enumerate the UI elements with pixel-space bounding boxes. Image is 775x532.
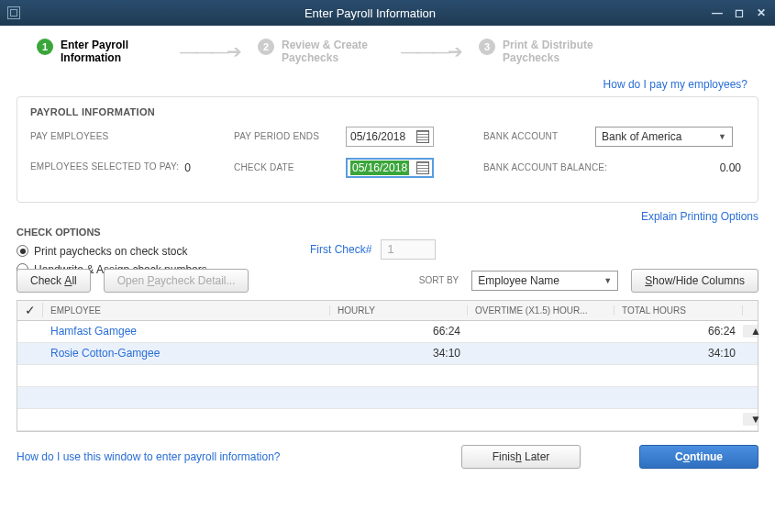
payroll-info-title: PAYROLL INFORMATION [30,106,745,117]
pay-period-ends-label: PAY PERIOD ENDS [234,131,335,141]
maximize-button[interactable]: ◻ [733,6,746,19]
header-overtime[interactable]: OVERTIME (X1.5) HOUR... [468,305,614,316]
check-date-field[interactable]: 05/16/2018 [346,158,434,178]
chevron-down-icon: ▼ [718,132,726,141]
open-paycheck-detail-button[interactable]: Open Paycheck Detail... [104,269,249,293]
minimize-button[interactable]: — [711,6,724,19]
step-1-label: Enter Payroll Information [61,39,161,65]
table-row[interactable] [17,365,758,387]
first-check-input[interactable] [381,239,436,260]
bank-balance-value: 0.00 [641,161,745,174]
bank-account-value: Bank of America [602,130,681,143]
table-toolbar: Check All Open Paycheck Detail... SORT B… [17,269,758,293]
table-header: ✓ EMPLOYEE HOURLY OVERTIME (X1.5) HOUR..… [17,301,758,321]
step-2-number: 2 [258,39,274,55]
calendar-icon[interactable] [416,161,429,174]
continue-button[interactable]: Continue [639,445,758,469]
step-3: 3 Print & Distribute Paychecks [479,39,603,65]
wizard-stepper: 1 Enter Payroll Information ———➔ 2 Revie… [0,26,775,74]
check-all-button[interactable]: Check All [17,269,91,293]
pay-employees-label: PAY EMPLOYEES [30,131,223,141]
step-1-number: 1 [37,39,53,55]
step-2: 2 Review & Create Paychecks [258,39,382,65]
table-row[interactable]: Rosie Cotton-Gamgee 34:10 34:10 [17,343,758,365]
how-do-i-pay-link[interactable]: How do I pay my employees? [0,74,775,96]
employees-selected-count: 0 [184,161,191,174]
header-employee[interactable]: EMPLOYEE [43,305,330,316]
explain-printing-link[interactable]: Explain Printing Options [17,210,758,223]
header-checkmark[interactable]: ✓ [17,303,43,317]
pay-period-ends-value: 05/16/2018 [350,130,405,143]
calendar-icon[interactable] [416,130,429,143]
sort-by-value: Employee Name [478,274,559,287]
window-title: Enter Payroll Information [29,6,711,20]
table-body: Hamfast Gamgee 66:24 66:24 ▲ Rosie Cotto… [17,321,758,431]
employee-table: ✓ EMPLOYEE HOURLY OVERTIME (X1.5) HOUR..… [17,300,758,432]
step-3-label: Print & Distribute Paychecks [503,39,603,65]
sort-by-select[interactable]: Employee Name ▼ [471,271,618,291]
step-3-number: 3 [479,39,495,55]
arrow-icon: ———➔ [180,40,239,62]
bank-balance-label: BANK ACCOUNT BALANCE: [483,162,630,172]
hourly-cell[interactable]: 66:24 [330,325,468,338]
step-2-label: Review & Create Paychecks [282,39,382,65]
employees-selected-label: EMPLOYEES SELECTED TO PAY: [30,161,179,174]
sort-by-label: SORT BY [419,275,459,285]
arrow-icon: ———➔ [401,40,460,62]
show-hide-columns-button[interactable]: Show/Hide Columns [631,269,758,293]
check-date-value: 05/16/2018 [350,161,409,175]
radio-print-stock-input[interactable] [17,245,28,257]
employee-name-link[interactable]: Rosie Cotton-Gamgee [43,347,330,360]
footer: How do I use this window to enter payrol… [0,432,775,478]
footer-help-link[interactable]: How do I use this window to enter payrol… [17,450,280,463]
bank-account-label: BANK ACCOUNT [483,131,584,141]
step-1: 1 Enter Payroll Information [37,39,161,65]
header-hourly[interactable]: HOURLY [330,305,468,316]
first-check-link[interactable]: First Check# [310,243,371,256]
scrollbar[interactable]: ▲ [743,325,758,338]
system-menu-icon[interactable] [7,6,20,19]
check-options-title: CHECK OPTIONS [17,227,758,238]
check-options-section: CHECK OPTIONS Print paychecks on check s… [17,227,758,260]
header-total[interactable]: TOTAL HOURS [614,305,743,316]
payroll-info-panel: PAYROLL INFORMATION PAY EMPLOYEES PAY PE… [17,96,758,203]
bank-account-select[interactable]: Bank of America ▼ [595,127,733,147]
pay-period-ends-field[interactable]: 05/16/2018 [346,127,434,147]
titlebar: Enter Payroll Information — ◻ ✕ [0,0,775,26]
table-row[interactable] [17,387,758,409]
close-button[interactable]: ✕ [755,6,768,19]
chevron-down-icon: ▼ [603,276,612,285]
table-row[interactable]: Hamfast Gamgee 66:24 66:24 ▲ [17,321,758,343]
employee-name-link[interactable]: Hamfast Gamgee [43,325,330,338]
finish-later-button[interactable]: Finish Later [461,445,581,469]
table-row[interactable]: ▼ [17,409,758,431]
hourly-cell[interactable]: 34:10 [330,347,468,360]
check-date-label: CHECK DATE [234,162,335,172]
total-cell[interactable]: 34:10 [614,347,743,360]
total-cell[interactable]: 66:24 [614,325,743,338]
radio-print-stock-label: Print paychecks on check stock [34,245,187,258]
